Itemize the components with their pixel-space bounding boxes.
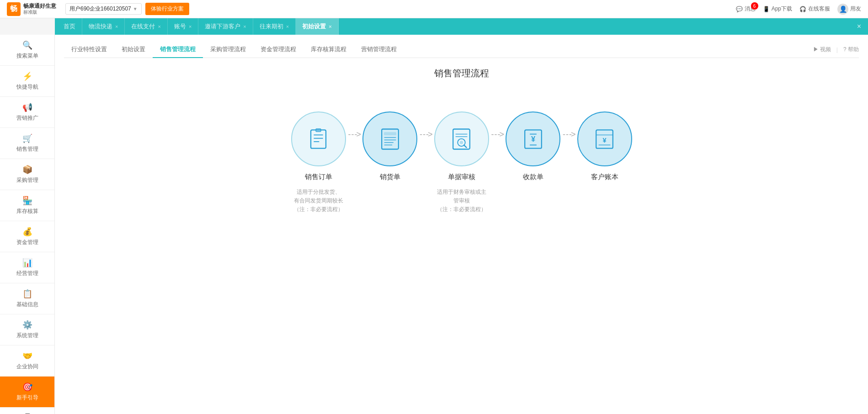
svg-rect-4 — [316, 128, 321, 131]
logo-icon: 畅 — [7, 2, 21, 16]
purchase-mgmt-icon: 📦 — [22, 165, 32, 175]
sidebar-item-marketing-promo[interactable]: 📢营销推广 — [0, 97, 54, 128]
help-label: 帮助 — [848, 46, 859, 53]
nav-close-btn[interactable]: × — [852, 22, 866, 31]
video-label: 视频 — [820, 46, 831, 53]
sub-tab-初始设置[interactable]: 初始设置 — [114, 42, 153, 58]
sidebar-item-label: 企业协同 — [16, 363, 38, 371]
nav-tab-首页[interactable]: 首页 — [57, 18, 82, 35]
top-bar: 畅 畅康通好生意 标准版 用户690企业1660120507▼体验行业方案 首页… — [0, 0, 868, 18]
sub-tab-销售管理流程[interactable]: 销售管理流程 — [153, 42, 203, 58]
finance-mgmt-icon: 💰 — [22, 227, 32, 237]
sidebar-item-new-guide[interactable]: 🎯新手引导 — [0, 377, 54, 408]
sales-mgmt-icon: 🛒 — [22, 133, 32, 143]
marketing-promo-icon: 📢 — [22, 102, 32, 112]
app-icon: 📱 — [763, 6, 770, 12]
nav-tab-往来期初[interactable]: 往来期初× — [253, 18, 296, 35]
sidebar-item-purchase-mgmt[interactable]: 📦采购管理 — [0, 159, 54, 190]
user-name: 用友 — [850, 5, 861, 13]
customer-ledger-label: 客户账本 — [591, 173, 618, 181]
main-content: 行业特性设置初始设置销售管理流程采购管理流程资金管理流程库存核算流程营销管理流程… — [55, 35, 868, 414]
trial-btn[interactable]: 体验行业方案 — [145, 3, 189, 15]
sub-tab-采购管理流程[interactable]: 采购管理流程 — [203, 42, 253, 58]
sidebar-item-sys-mgmt[interactable]: ⚙️系统管理 — [0, 314, 54, 345]
nav-tab-close-icon[interactable]: × — [243, 24, 246, 29]
sidebar-item-label: 快捷导航 — [16, 83, 38, 91]
sales-invoice-circle — [362, 111, 417, 166]
sidebar-item-inventory[interactable]: 🏪库存核算 — [0, 190, 54, 221]
sidebar-item-label: 经营管理 — [16, 270, 38, 277]
sales-invoice-label: 销货单 — [380, 173, 400, 181]
message-btn[interactable]: 💬 消息 6 — [736, 5, 756, 13]
sub-tabs: 行业特性设置初始设置销售管理流程采购管理流程资金管理流程库存核算流程营销管理流程… — [64, 42, 859, 58]
message-badge: 6 — [751, 2, 758, 10]
sidebar-item-label: 新手引导 — [16, 394, 38, 402]
doc-review-label: 单据审核 — [448, 173, 475, 181]
sidebar-item-label: 搜索菜单 — [16, 52, 38, 60]
sub-tab-资金管理流程[interactable]: 资金管理流程 — [253, 42, 304, 58]
nav-tab-close-icon[interactable]: × — [158, 24, 160, 29]
sidebar-item-ops-mgmt[interactable]: 📊经营管理 — [0, 252, 54, 283]
user-menu-btn[interactable]: 👤 用友 — [837, 4, 861, 15]
page-title: 销售管理流程 — [64, 67, 859, 80]
sidebar-item-finance-mgmt[interactable]: 💰资金管理 — [0, 221, 54, 252]
nav-tab-邀请下游客户[interactable]: 邀请下游客户× — [198, 18, 253, 35]
help-area: ▶ 视频 | ? 帮助 — [813, 46, 859, 53]
nav-tab-物流快递[interactable]: 物流快递× — [82, 18, 125, 35]
app-download-btn[interactable]: 📱 App下载 — [763, 5, 792, 13]
sub-tab-行业特性设置[interactable]: 行业特性设置 — [64, 42, 114, 58]
sidebar-item-label: 销售管理 — [16, 145, 38, 153]
service-icon: 🎧 — [799, 6, 806, 12]
ops-mgmt-icon: 📊 — [22, 258, 32, 268]
sidebar-item-label: 采购管理 — [16, 176, 38, 184]
sidebar-item-base-info[interactable]: 📋基础信息 — [0, 283, 54, 314]
sidebar-item-search[interactable]: 🔍搜索菜单 — [0, 35, 54, 66]
doc-review-circle — [434, 111, 489, 166]
nav-tab-在线支付[interactable]: 在线支付× — [125, 18, 167, 35]
user-label: 用户690企业1660120507 — [69, 5, 131, 13]
flow-step-doc-review[interactable]: 单据审核适用于财务审核或主管审核（注：非必要流程） — [434, 111, 489, 214]
sidebar-item-label: 基础信息 — [16, 301, 38, 308]
sales-order-desc: 适用于分批发货、有合同发货周期较长（注：非必要流程） — [294, 188, 343, 214]
nav-tab-账号[interactable]: 账号× — [168, 18, 198, 35]
top-bar-right: 💬 消息 6 📱 App下载 🎧 在线客服 👤 用友 — [736, 4, 861, 15]
nav-tabs: 首页物流快递×在线支付×账号×邀请下游客户×往来期初×初始设置×× — [55, 18, 868, 35]
sub-tab-营销管理流程[interactable]: 营销管理流程 — [354, 42, 404, 58]
video-help-btn[interactable]: ▶ 视频 — [813, 46, 831, 53]
nav-tab-label: 初始设置 — [302, 22, 326, 31]
sidebar-item-app-center[interactable]: 📱应用中心 — [0, 408, 54, 414]
base-info-icon: 📋 — [22, 289, 32, 299]
flow-step-sales-invoice[interactable]: 销货单 — [362, 111, 417, 181]
svg-text:¥: ¥ — [602, 136, 607, 143]
nav-tab-close-icon[interactable]: × — [189, 24, 192, 29]
sidebar-item-enterprise-collab[interactable]: 🤝企业协同 — [0, 345, 54, 377]
flow-step-customer-ledger[interactable]: ¥ 客户账本 — [577, 111, 632, 181]
logo-line1: 畅康通好生意 — [23, 3, 56, 9]
sidebar-item-sales-mgmt[interactable]: 🛒销售管理 — [0, 128, 54, 159]
help-btn[interactable]: ? 帮助 — [843, 46, 859, 53]
nav-tab-close-icon[interactable]: × — [115, 24, 118, 29]
sidebar-item-label: 资金管理 — [16, 239, 38, 246]
help-icon: ? — [843, 46, 848, 53]
inventory-icon: 🏪 — [22, 196, 32, 206]
sidebar-item-label: 营销推广 — [16, 114, 38, 122]
flow-step-receipt[interactable]: ¥ 收款单 — [506, 111, 560, 181]
flow-arrow-3: - - -> — [560, 111, 577, 139]
flow-step-sales-order[interactable]: 销售订单适用于分批发货、有合同发货周期较长（注：非必要流程） — [291, 111, 346, 214]
top-bar-left: 畅 畅康通好生意 标准版 用户690企业1660120507▼体验行业方案 — [7, 2, 189, 16]
nav-tab-初始设置[interactable]: 初始设置× — [296, 18, 338, 35]
receipt-label: 收款单 — [523, 173, 543, 181]
nav-tab-close-icon[interactable]: × — [286, 24, 289, 29]
svg-line-17 — [464, 145, 467, 148]
video-icon: ▶ — [813, 46, 820, 53]
flow-arrow-2: - - -> — [489, 111, 506, 139]
nav-tab-close-icon[interactable]: × — [329, 24, 331, 29]
receipt-circle: ¥ — [506, 111, 560, 166]
sub-tab-库存核算流程[interactable]: 库存核算流程 — [304, 42, 354, 58]
sidebar-item-quick-nav[interactable]: ⚡快捷导航 — [0, 66, 54, 97]
nav-tab-label: 首页 — [64, 22, 75, 31]
online-service-btn[interactable]: 🎧 在线客服 — [799, 5, 830, 13]
user-selector[interactable]: 用户690企业1660120507▼ — [65, 3, 142, 15]
nav-tab-label: 物流快递 — [89, 22, 112, 31]
search-icon: 🔍 — [22, 40, 32, 50]
